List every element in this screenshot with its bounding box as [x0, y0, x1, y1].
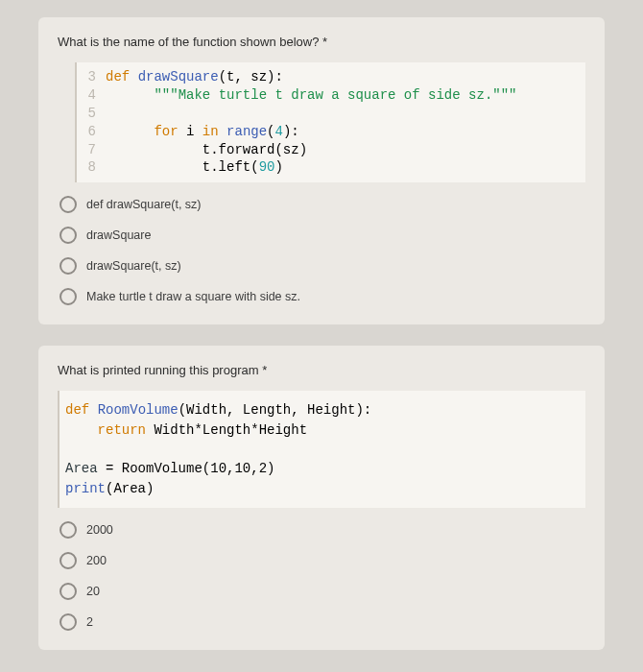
question-card-1: What is the name of the function shown b… [38, 17, 605, 324]
option-label: 200 [86, 554, 107, 567]
radio-icon [60, 257, 77, 275]
option-label: def drawSquare(t, sz) [86, 198, 202, 211]
radio-icon [60, 288, 77, 305]
question-card-2: What is printed running this program * d… [38, 346, 605, 649]
question-text-1: What is the name of the function shown b… [58, 35, 585, 49]
option-label: drawSquare [86, 228, 151, 242]
radio-icon [60, 583, 77, 600]
radio-icon [60, 552, 77, 569]
option-label: drawSquare(t, sz) [86, 259, 181, 273]
option-1c[interactable]: drawSquare(t, sz) [60, 257, 585, 275]
option-label: 2 [86, 615, 93, 629]
question-text-2: What is printed running this program * [58, 363, 585, 377]
option-1a[interactable]: def drawSquare(t, sz) [60, 196, 585, 213]
option-2d[interactable]: 2 [60, 613, 585, 631]
radio-icon [60, 196, 77, 213]
radio-icon [60, 613, 77, 631]
option-2a[interactable]: 2000 [60, 521, 585, 539]
radio-icon [60, 227, 77, 244]
radio-icon [60, 521, 77, 539]
option-1d[interactable]: Make turtle t draw a square with side sz… [60, 288, 585, 305]
code-block-2: def RoomVolume(Width, Length, Height): r… [58, 391, 585, 507]
option-2c[interactable]: 20 [60, 583, 585, 600]
option-1b[interactable]: drawSquare [60, 227, 585, 244]
option-label: 2000 [86, 523, 113, 537]
option-label: 20 [86, 585, 100, 598]
options-group-1: def drawSquare(t, sz) drawSquare drawSqu… [60, 196, 585, 305]
option-label: Make turtle t draw a square with side sz… [86, 290, 300, 303]
code-block-1: 3def drawSquare(t, sz): 4 """Make turtle… [75, 62, 585, 182]
options-group-2: 2000 200 20 2 [60, 521, 585, 631]
option-2b[interactable]: 200 [60, 552, 585, 569]
